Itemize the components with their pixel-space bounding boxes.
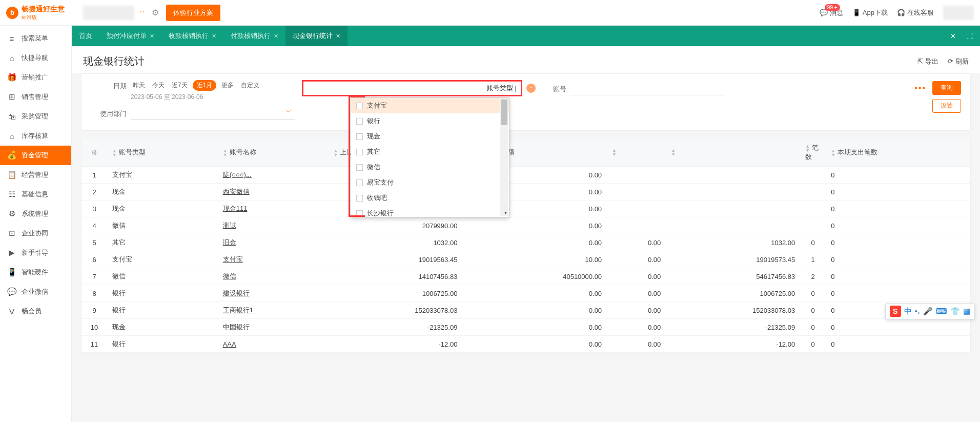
- tab-1[interactable]: 预付冲应付单✕: [99, 26, 161, 46]
- sort-icon[interactable]: ▲▼: [223, 149, 228, 157]
- account-name-link[interactable]: AAA: [223, 340, 236, 348]
- account-name-link[interactable]: 测试: [223, 222, 236, 229]
- account-name-link[interactable]: 西安微信: [223, 188, 250, 195]
- tab-close-icon[interactable]: ✕: [150, 33, 154, 39]
- account-name-link[interactable]: 工商银行1: [223, 306, 253, 314]
- col-header-7[interactable]: ▲▼笔数: [800, 138, 826, 167]
- sidebar-item-3[interactable]: ⊞销售管理: [0, 87, 71, 107]
- checkbox-icon[interactable]: [356, 103, 363, 109]
- checkbox-icon[interactable]: [356, 149, 363, 155]
- col-header-2[interactable]: ▲▼账号名称: [218, 138, 329, 167]
- user-avatar-blurred[interactable]: [943, 6, 974, 20]
- date-option-4[interactable]: 更多: [219, 80, 236, 91]
- org-chevron-icon[interactable]: ﹀: [139, 8, 146, 17]
- checkbox-icon[interactable]: [356, 133, 363, 140]
- ime-shirt-icon[interactable]: 👕: [950, 307, 960, 316]
- refresh-button[interactable]: ⟳ 刷新: [948, 57, 969, 66]
- dropdown-option-7[interactable]: 长沙银行: [351, 206, 509, 217]
- date-option-3[interactable]: 近1月: [193, 80, 217, 91]
- tab-4[interactable]: 现金银行统计✕: [285, 26, 348, 46]
- dropdown-option-4[interactable]: 微信: [351, 159, 509, 175]
- sort-icon[interactable]: ▲▼: [333, 149, 338, 157]
- dropdown-option-0[interactable]: 支付宝: [351, 98, 509, 113]
- date-option-0[interactable]: 昨天: [131, 80, 147, 91]
- account-name-link[interactable]: 旧金: [223, 238, 236, 246]
- gear-icon[interactable]: ⚙: [91, 149, 97, 156]
- account-type-input-box[interactable]: 账号类型 |: [302, 80, 522, 96]
- more-dots-icon[interactable]: •••: [914, 84, 926, 93]
- sort-icon[interactable]: ▲▼: [831, 149, 835, 157]
- tab-close-icon[interactable]: ✕: [274, 33, 278, 39]
- collapse-toggle-icon[interactable]: ⌃: [526, 84, 536, 93]
- industry-plan-button[interactable]: 体验行业方案: [166, 5, 220, 21]
- tab-close-all-icon[interactable]: ✕: [947, 30, 959, 42]
- sidebar-item-13[interactable]: 💬企业微信: [0, 282, 71, 302]
- col-header-8[interactable]: ▲▼本期支出笔数: [826, 138, 970, 167]
- ime-keyboard-icon[interactable]: ⌨: [936, 307, 947, 316]
- sidebar-item-12[interactable]: 📱智能硬件: [0, 263, 71, 282]
- org-selector-blurred[interactable]: [83, 6, 134, 20]
- ime-grid-icon[interactable]: ▦: [963, 307, 970, 316]
- account-name-link[interactable]: 支付宝: [223, 255, 243, 263]
- sidebar-item-2[interactable]: 🎁营销推广: [0, 68, 71, 87]
- account-name-link[interactable]: 中国银行: [223, 323, 250, 331]
- sort-icon[interactable]: ▲▼: [671, 148, 676, 156]
- col-header-5[interactable]: ▲▼: [607, 138, 666, 167]
- checkbox-icon[interactable]: [356, 118, 363, 125]
- sidebar-item-11[interactable]: ▶新手引导: [0, 243, 71, 263]
- tab-fullscreen-icon[interactable]: ⛶: [963, 30, 976, 42]
- dropdown-option-1[interactable]: 银行: [351, 113, 509, 129]
- account-name-link[interactable]: 陡(○○○)...: [223, 171, 252, 178]
- export-button[interactable]: ⇱ 导出: [917, 57, 938, 66]
- ime-punct-icon[interactable]: •،: [915, 307, 920, 316]
- dept-input[interactable]: [131, 108, 295, 120]
- sidebar-item-10[interactable]: ⊡企业协同: [0, 224, 71, 243]
- date-option-1[interactable]: 今天: [150, 80, 167, 91]
- messages-link[interactable]: 💬 消息 99 +: [820, 8, 843, 17]
- checkbox-icon[interactable]: [356, 210, 363, 217]
- sidebar-item-1[interactable]: ⌂快捷导航: [0, 48, 71, 68]
- checkbox-icon[interactable]: [356, 179, 363, 186]
- online-service-link[interactable]: 🎧 在线客服: [897, 8, 934, 17]
- col-header-0[interactable]: ⚙: [81, 138, 107, 167]
- dept-chevron-icon[interactable]: ﹀: [285, 108, 292, 116]
- sort-icon[interactable]: ▲▼: [612, 148, 617, 156]
- tab-close-icon[interactable]: ✕: [212, 33, 216, 39]
- sort-icon[interactable]: ▲▼: [805, 144, 810, 152]
- sidebar-item-7[interactable]: 📋经营管理: [0, 165, 71, 185]
- date-option-2[interactable]: 近7天: [170, 80, 190, 91]
- app-download-link[interactable]: 📱 App下载: [852, 8, 888, 17]
- sidebar-item-14[interactable]: V畅会员: [0, 302, 71, 321]
- filter-settings-button[interactable]: 设置: [932, 99, 961, 113]
- dropdown-option-3[interactable]: 其它: [351, 144, 509, 159]
- checkbox-icon[interactable]: [356, 195, 363, 202]
- sidebar-item-4[interactable]: 🛍采购管理: [0, 107, 71, 126]
- dropdown-option-2[interactable]: 现金: [351, 129, 509, 144]
- checkbox-icon[interactable]: [356, 164, 363, 171]
- ime-toolbar[interactable]: S 中 •، 🎤 ⌨ 👕 ▦: [885, 303, 975, 319]
- ime-lang[interactable]: 中: [904, 307, 912, 316]
- dropdown-option-6[interactable]: 收钱吧: [351, 190, 509, 206]
- dropdown-option-5[interactable]: 易宝支付: [351, 175, 509, 190]
- query-button[interactable]: 查询: [932, 81, 961, 95]
- sidebar-item-6[interactable]: 💰资金管理: [0, 146, 71, 165]
- tab-3[interactable]: 付款核销执行✕: [223, 26, 285, 46]
- account-name-link[interactable]: 现金111: [223, 205, 248, 212]
- scrollbar-thumb[interactable]: [501, 99, 507, 125]
- settings-gear-icon[interactable]: ⚙: [152, 8, 159, 17]
- scrollbar-down-icon[interactable]: ▾: [504, 210, 507, 215]
- sort-icon[interactable]: ▲▼: [112, 149, 117, 157]
- col-header-6[interactable]: ▲▼: [666, 138, 800, 167]
- account-name-link[interactable]: 微信: [223, 272, 236, 280]
- sidebar-item-0[interactable]: ≡搜索菜单: [0, 29, 71, 48]
- sidebar-item-9[interactable]: ⚙系统管理: [0, 204, 71, 224]
- date-option-5[interactable]: 自定义: [239, 80, 261, 91]
- account-number-input[interactable]: [570, 83, 724, 95]
- dropdown-scrollbar[interactable]: ▾: [500, 98, 508, 216]
- col-header-1[interactable]: ▲▼账号类型: [107, 138, 218, 167]
- ime-mic-icon[interactable]: 🎤: [923, 307, 933, 316]
- sidebar-item-5[interactable]: ⌂库存核算: [0, 126, 71, 146]
- tab-close-icon[interactable]: ✕: [336, 33, 340, 39]
- sidebar-item-8[interactable]: ☷基础信息: [0, 185, 71, 204]
- tab-0[interactable]: 首页: [72, 26, 99, 46]
